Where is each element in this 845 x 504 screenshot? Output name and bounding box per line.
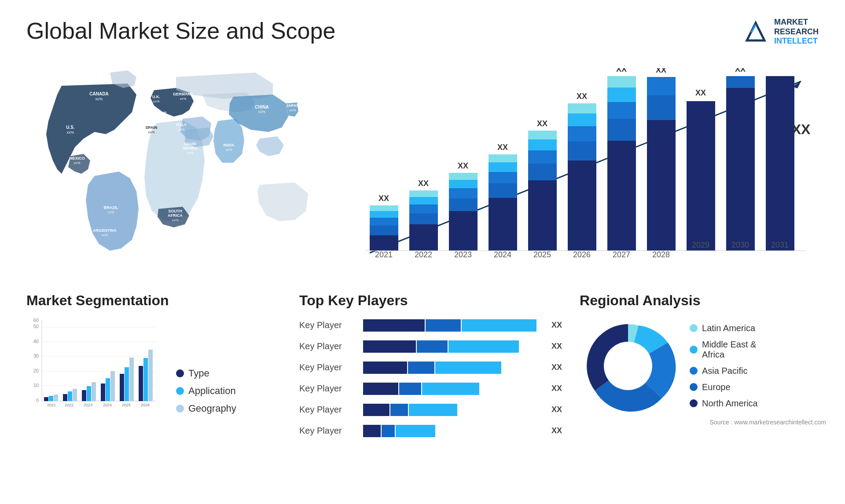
legend-type: Type [176,368,236,379]
svg-text:ITALY: ITALY [176,123,187,127]
svg-rect-121 [73,389,77,401]
logo-area: MARKET RESEARCH INTELLECT [742,18,819,46]
svg-text:2026: 2026 [141,403,150,407]
svg-text:xx%: xx% [178,128,184,131]
svg-rect-37 [370,226,398,235]
svg-text:xx%: xx% [289,108,296,112]
europe-dot [690,383,698,391]
legend-latin-america: Latin America [690,323,758,333]
regional-title: Regional Analysis [580,292,826,309]
svg-rect-125 [92,382,96,401]
svg-rect-68 [568,126,596,141]
svg-text:50: 50 [33,324,39,329]
svg-rect-143 [417,340,448,353]
svg-text:INDIA: INDIA [224,143,235,147]
player-bar-1: XX [363,318,562,333]
svg-text:MEXICO: MEXICO [69,156,85,161]
svg-text:2024: 2024 [103,403,112,407]
svg-text:CHINA: CHINA [255,105,269,110]
map-section: CANADA xx% U.S. xx% MEXICO xx% BRAZIL xx… [26,59,317,270]
main-grid: CANADA xx% U.S. xx% MEXICO xx% BRAZIL xx… [26,59,819,439]
svg-text:SAUDI: SAUDI [184,142,196,146]
asia-pacific-label: Asia Pacific [702,366,747,376]
svg-rect-94 [726,76,755,88]
segmentation-title: Market Segmentation [26,292,282,309]
svg-rect-50 [449,188,478,198]
logo-intellect: INTELLECT [774,37,819,46]
svg-rect-93 [726,88,755,251]
player-bar-3: XX [363,360,562,376]
svg-text:XX: XX [378,194,389,203]
svg-rect-123 [82,390,86,401]
latin-america-label: Latin America [702,323,755,333]
svg-rect-129 [110,371,115,401]
player-label-6: Key Player [299,426,356,436]
svg-rect-115 [44,397,48,401]
player-row: Key Player XX [299,318,562,333]
svg-text:2023: 2023 [84,403,92,407]
svg-rect-117 [54,394,58,401]
player-xx-3: XX [551,363,562,372]
svg-text:xx%: xx% [225,148,232,152]
legend-geography: Geography [176,403,236,414]
svg-text:AFRICA: AFRICA [168,213,183,218]
svg-text:BRAZIL: BRAZIL [104,205,118,210]
svg-rect-141 [462,319,536,332]
svg-text:30: 30 [33,353,39,358]
svg-rect-124 [87,386,91,401]
svg-rect-61 [528,164,557,180]
svg-rect-52 [449,173,478,180]
svg-text:xx%: xx% [172,218,178,222]
player-xx-4: XX [551,384,562,393]
svg-text:U.K.: U.K. [152,95,160,99]
north-america-label: North America [702,398,758,409]
bar-chart-section: XX XX XX XX [334,59,819,270]
svg-rect-56 [489,172,517,183]
svg-rect-69 [568,113,596,126]
svg-rect-44 [409,205,438,213]
svg-text:XX: XX [656,68,666,74]
svg-rect-43 [409,213,438,224]
legend-middle-east: Middle East &Africa [690,340,758,360]
svg-rect-137 [148,350,153,401]
svg-text:2022: 2022 [415,250,432,259]
key-players-title: Top Key Players [299,292,562,309]
svg-rect-140 [426,319,461,332]
player-xx-6: XX [551,426,562,435]
svg-rect-73 [607,119,636,141]
seg-chart-container: 0 10 20 30 40 50 60 [26,318,282,414]
svg-text:2022: 2022 [65,403,73,407]
svg-rect-36 [370,235,398,251]
svg-text:2029: 2029 [692,241,709,249]
svg-text:10: 10 [33,383,39,388]
svg-rect-156 [396,425,435,437]
svg-rect-74 [607,102,636,119]
svg-rect-120 [68,391,72,401]
svg-rect-146 [408,362,434,374]
svg-text:U.S.: U.S. [66,125,75,130]
segmentation-chart: 0 10 20 30 40 50 60 [26,318,158,414]
svg-rect-54 [489,198,517,251]
player-label-5: Key Player [299,405,356,415]
legend-europe: Europe [690,382,758,392]
svg-rect-42 [409,224,438,251]
svg-text:XX: XX [537,119,547,128]
player-bar-2: XX [363,339,562,354]
player-label-4: Key Player [299,383,356,394]
player-row: Key Player XX [299,360,562,376]
world-map: CANADA xx% U.S. xx% MEXICO xx% BRAZIL xx… [26,59,317,262]
svg-text:FRANCE: FRANCE [150,111,167,115]
svg-text:xx%: xx% [153,99,159,103]
svg-rect-145 [363,362,407,374]
svg-rect-58 [489,154,517,162]
svg-rect-136 [143,358,148,401]
svg-rect-55 [489,183,517,198]
svg-text:GERMANY: GERMANY [173,92,193,96]
svg-text:XX: XX [497,143,508,152]
svg-rect-57 [489,162,517,172]
svg-rect-131 [120,374,124,401]
north-america-dot [690,399,698,407]
svg-rect-151 [363,404,389,416]
player-label-3: Key Player [299,362,356,373]
svg-rect-64 [528,131,557,139]
